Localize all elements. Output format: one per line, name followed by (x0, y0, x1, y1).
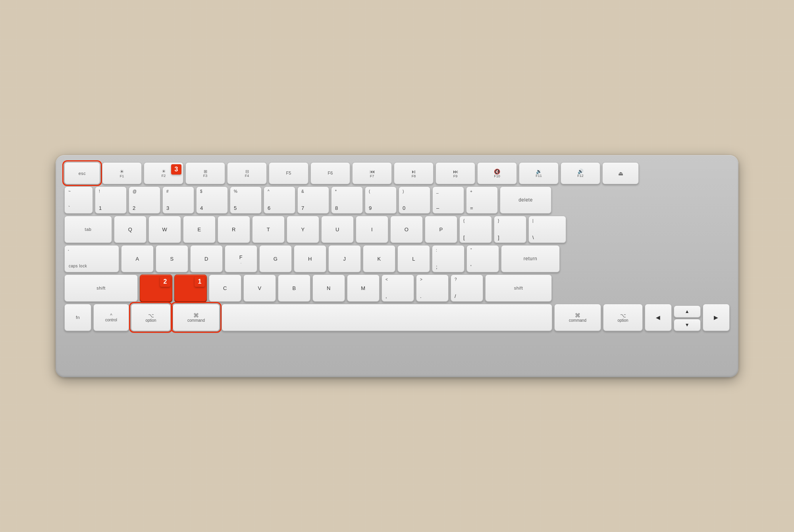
f10-key[interactable]: 🔇 F10 (477, 162, 517, 184)
quote-key[interactable]: " ' (466, 245, 499, 272)
f3-key[interactable]: ⊞ F3 (185, 162, 225, 184)
x-key[interactable]: 1 (174, 275, 207, 302)
option-left-key[interactable]: ⌥ option (131, 304, 171, 331)
modifier-row: fn ^ control ⌥ option ⌘ command ⌘ comman… (64, 304, 730, 331)
f2-key[interactable]: ☀ F2 3 (144, 162, 183, 184)
u-key[interactable]: U (321, 216, 354, 243)
b-key[interactable]: B (278, 275, 310, 302)
up-down-arrow-container: ▲ ▼ (674, 305, 701, 331)
key-5[interactable]: % 5 (230, 186, 262, 213)
m-key[interactable]: M (347, 275, 380, 302)
badge-2: 2 (160, 277, 170, 287)
key-1[interactable]: ! 1 (95, 186, 127, 213)
command-right-key[interactable]: ⌘ command (554, 304, 601, 331)
j-key[interactable]: J (328, 245, 361, 272)
asdf-row: • caps lock A S D F _ G H J K L : ; (64, 245, 730, 272)
right-arrow-key[interactable]: ▶ (703, 304, 730, 331)
option-right-key[interactable]: ⌥ option (603, 304, 643, 331)
space-key[interactable] (222, 304, 552, 331)
key-4[interactable]: $ 4 (196, 186, 228, 213)
f12-key[interactable]: 🔊 F12 (561, 162, 600, 184)
l-key[interactable]: L (397, 245, 430, 272)
tab-key[interactable]: tab (64, 216, 112, 243)
v-key[interactable]: V (243, 275, 276, 302)
f-key[interactable]: F _ (225, 245, 257, 272)
a-key[interactable]: A (121, 245, 154, 272)
f1-key[interactable]: ☀ F1 (102, 162, 142, 184)
f9-key[interactable]: ⏭ F9 (436, 162, 475, 184)
q-key[interactable]: Q (114, 216, 146, 243)
key-8[interactable]: * 8 (331, 186, 363, 213)
comma-key[interactable]: < , (382, 275, 414, 302)
h-key[interactable]: H (294, 245, 326, 272)
c-key[interactable]: C (209, 275, 241, 302)
control-key[interactable]: ^ control (93, 304, 129, 331)
f5-key[interactable]: F5 (269, 162, 308, 184)
d-key[interactable]: D (190, 245, 223, 272)
z-key[interactable]: 2 (140, 275, 172, 302)
p-key[interactable]: P (425, 216, 457, 243)
f6-key[interactable]: F6 (310, 162, 350, 184)
key-9[interactable]: ( 9 (365, 186, 397, 213)
shift-row: shift 2 1 C V B N M < , > . (64, 275, 730, 302)
backslash-key[interactable]: | \ (528, 216, 566, 243)
semicolon-key[interactable]: : ; (432, 245, 464, 272)
key-6[interactable]: ^ 6 (264, 186, 295, 213)
f8-key[interactable]: ⏯ F8 (394, 162, 434, 184)
f11-key[interactable]: 🔉 F11 (519, 162, 559, 184)
command-left-key[interactable]: ⌘ command (173, 304, 220, 331)
g-key[interactable]: G (259, 245, 292, 272)
eject-key[interactable]: ⏏ (602, 162, 639, 184)
qwerty-row: tab Q W E R T Y U I O P { [ } ] (64, 216, 730, 243)
slash-key[interactable]: ? / (451, 275, 483, 302)
i-key[interactable]: I (356, 216, 388, 243)
number-key-row: ~ ` ! 1 @ 2 # 3 (64, 186, 730, 213)
key-3[interactable]: # 3 (162, 186, 194, 213)
f4-key[interactable]: ⊟ F4 (227, 162, 267, 184)
n-key[interactable]: N (312, 275, 345, 302)
left-arrow-key[interactable]: ◀ (645, 304, 672, 331)
k-key[interactable]: K (363, 245, 395, 272)
key-rows: esc ☀ F1 ☀ F2 3 ⊞ F3 ⊟ F4 F5 (64, 162, 730, 369)
down-arrow-key[interactable]: ▼ (674, 319, 701, 331)
caps-lock-key[interactable]: • caps lock (64, 245, 119, 272)
up-arrow-key[interactable]: ▲ (674, 305, 701, 317)
badge-3: 3 (171, 164, 181, 175)
delete-key[interactable]: delete (500, 186, 551, 213)
f7-key[interactable]: ⏮ F7 (352, 162, 392, 184)
s-key[interactable]: S (156, 245, 188, 272)
key-7[interactable]: & 7 (297, 186, 329, 213)
o-key[interactable]: O (390, 216, 423, 243)
keyboard: esc ☀ F1 ☀ F2 3 ⊞ F3 ⊟ F4 F5 (56, 155, 738, 377)
key-minus[interactable]: _ – (432, 186, 464, 213)
fn-key[interactable]: fn (64, 304, 91, 331)
period-key[interactable]: > . (416, 275, 449, 302)
right-shift-key[interactable]: shift (485, 275, 552, 302)
key-2[interactable]: @ 2 (129, 186, 160, 213)
bracket-close-key[interactable]: } ] (494, 216, 526, 243)
bracket-open-key[interactable]: { [ (459, 216, 492, 243)
e-key[interactable]: E (183, 216, 216, 243)
key-0[interactable]: ) 0 (399, 186, 430, 213)
r-key[interactable]: R (218, 216, 250, 243)
return-key[interactable]: return (501, 245, 560, 272)
backtick-key[interactable]: ~ ` (64, 186, 93, 213)
t-key[interactable]: T (252, 216, 285, 243)
left-shift-key[interactable]: shift (64, 275, 138, 302)
function-key-row: esc ☀ F1 ☀ F2 3 ⊞ F3 ⊟ F4 F5 (64, 162, 730, 184)
esc-key[interactable]: esc (64, 162, 100, 184)
badge-1: 1 (195, 277, 205, 287)
y-key[interactable]: Y (287, 216, 319, 243)
w-key[interactable]: W (148, 216, 181, 243)
key-equals[interactable]: + = (466, 186, 498, 213)
